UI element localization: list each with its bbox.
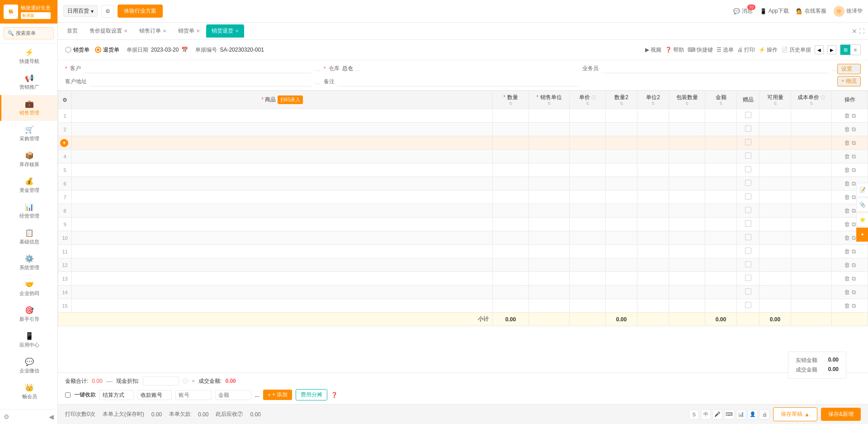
grid-view-btn[interactable]: ⊞ xyxy=(840,45,850,55)
customer-address-input[interactable] xyxy=(90,77,312,86)
tab-sales-return[interactable]: 销货退货 ✕ xyxy=(206,24,244,38)
delete-row-btn[interactable]: 🗑 xyxy=(844,167,850,174)
copy-row-btn[interactable]: ⧉ xyxy=(852,289,856,296)
add-payment-button[interactable]: + + 添加 xyxy=(263,390,292,400)
calendar-icon[interactable]: 📅 xyxy=(181,47,188,53)
bottom-icon-1[interactable]: S xyxy=(689,410,699,419)
right-panel-attach[interactable]: 📎 xyxy=(856,198,868,212)
gift-checkbox[interactable] xyxy=(745,288,751,295)
bottom-icon-2[interactable]: 中 xyxy=(701,410,711,419)
delete-row-btn[interactable]: 🗑 xyxy=(844,194,850,201)
amount-input[interactable] xyxy=(215,390,251,400)
sidebar-item-finance[interactable]: 💰 资金管理 xyxy=(0,172,57,198)
copy-row-btn[interactable]: ⧉ xyxy=(852,194,856,201)
sidebar-item-system[interactable]: ⚙️ 系统管理 xyxy=(0,250,57,276)
address-more-btn[interactable]: ... xyxy=(315,78,320,86)
add-row-btn[interactable]: + xyxy=(60,139,68,147)
help-btn[interactable]: ❓ 帮助 xyxy=(665,46,684,54)
delete-row-btn[interactable]: 🗑 xyxy=(844,153,850,160)
topbar-gear-button[interactable]: ⚙ xyxy=(101,5,114,18)
tab-close-icon[interactable]: ✕ xyxy=(124,29,127,33)
sidebar-item-newbie[interactable]: 🎯 新手引导 xyxy=(0,301,57,327)
sidebar-settings-icon[interactable]: ⚙ xyxy=(4,413,9,420)
help-icon[interactable]: ❓ xyxy=(331,392,338,398)
select-order-btn[interactable]: ☰ 选单 xyxy=(717,46,734,54)
delete-row-btn[interactable]: 🗑 xyxy=(844,112,850,119)
copy-row-btn[interactable]: ⧉ xyxy=(852,275,856,282)
table-cell-product[interactable] xyxy=(72,231,493,245)
table-cell-product[interactable] xyxy=(72,191,493,204)
copy-row-btn[interactable]: ⧉ xyxy=(852,302,856,310)
table-cell-product[interactable] xyxy=(72,123,493,136)
salesperson-more-btn[interactable]: ... xyxy=(832,65,837,72)
table-cell-product[interactable] xyxy=(72,163,493,177)
salesperson-input[interactable] xyxy=(601,64,829,73)
settlement-method-select[interactable]: 结算方式 xyxy=(99,390,134,400)
list-view-btn[interactable]: ≡ xyxy=(850,45,860,55)
gift-checkbox[interactable] xyxy=(745,234,751,240)
nav-next-btn[interactable]: ▶ xyxy=(827,45,836,54)
right-panel-star[interactable]: ⭐ xyxy=(856,213,868,227)
copy-row-btn[interactable]: ⧉ xyxy=(852,112,856,119)
account-input[interactable] xyxy=(175,390,212,400)
table-cell-product[interactable] xyxy=(72,299,493,313)
history-btn[interactable]: 📄 历史单据 xyxy=(781,46,811,54)
delete-row-btn[interactable]: 🗑 xyxy=(844,139,850,147)
delete-row-btn[interactable]: 🗑 xyxy=(844,289,850,296)
gift-checkbox[interactable] xyxy=(745,125,751,132)
settings-button[interactable]: 设置 xyxy=(837,64,861,74)
sidebar-item-basic[interactable]: 📋 基础信息 xyxy=(0,224,57,250)
video-btn[interactable]: ▶ 视频 xyxy=(645,46,661,54)
copy-row-btn[interactable]: ⧉ xyxy=(852,262,856,269)
copy-row-btn[interactable]: ⧉ xyxy=(852,126,856,133)
nav-prev-btn[interactable]: ◀ xyxy=(815,45,824,54)
online-service-button[interactable]: 💁 在线客服 xyxy=(796,7,826,15)
tab-close-button[interactable]: ✕ xyxy=(852,28,857,35)
gift-checkbox[interactable] xyxy=(745,112,751,118)
customer-more-btn[interactable]: ... xyxy=(315,65,320,72)
th-settings[interactable]: ⚙ xyxy=(58,91,72,109)
copy-row-btn[interactable]: ⧉ xyxy=(852,139,856,147)
delete-row-btn[interactable]: 🗑 xyxy=(844,221,850,228)
copy-row-btn[interactable]: ⧉ xyxy=(852,167,856,174)
right-panel-notes[interactable]: 📝 xyxy=(856,183,868,197)
customer-input[interactable] xyxy=(84,64,312,73)
gift-checkbox[interactable] xyxy=(745,220,751,227)
copy-row-btn[interactable]: ⧉ xyxy=(852,221,856,228)
collection-account-select[interactable]: 收款账号 xyxy=(137,390,172,400)
print-btn[interactable]: 🖨 打印 xyxy=(737,46,755,54)
table-cell-product[interactable] xyxy=(72,136,493,150)
table-cell-product[interactable] xyxy=(72,218,493,231)
search-menu-button[interactable]: 🔍 搜索菜单 xyxy=(4,27,54,39)
cash-discount-input[interactable] xyxy=(143,376,179,386)
tab-close-icon[interactable]: ✕ xyxy=(196,29,200,33)
bottom-icon-4[interactable]: ⌨ xyxy=(724,410,734,419)
table-cell-product[interactable] xyxy=(72,272,493,286)
gift-checkbox[interactable] xyxy=(745,207,751,213)
table-cell-product[interactable] xyxy=(72,109,493,123)
table-cell-product[interactable] xyxy=(72,204,493,218)
scan-button[interactable]: 扫码录入 xyxy=(278,95,303,104)
gift-checkbox[interactable] xyxy=(745,152,751,159)
sidebar-item-operations[interactable]: 📊 经营管理 xyxy=(0,198,57,224)
delete-row-btn[interactable]: 🗑 xyxy=(844,207,850,214)
warehouse-more-btn[interactable]: ... xyxy=(356,65,361,72)
gift-checkbox[interactable] xyxy=(745,166,751,172)
copy-row-btn[interactable]: ⧉ xyxy=(852,180,856,187)
bottom-icon-5[interactable]: 📊 xyxy=(736,410,746,419)
save-new-button[interactable]: 保存&新增 xyxy=(821,408,861,421)
copy-row-btn[interactable]: ⧉ xyxy=(852,248,856,255)
sidebar-item-shortcuts[interactable]: ⚡ 快捷导航 xyxy=(0,43,57,69)
tab-home[interactable]: 首页 xyxy=(61,24,83,38)
table-cell-product[interactable] xyxy=(72,177,493,191)
sidebar-item-inventory[interactable]: 📦 库存核算 xyxy=(0,147,57,172)
table-cell-product[interactable] xyxy=(72,150,493,163)
sidebar-item-member[interactable]: 👑 畅会员 xyxy=(0,379,57,405)
gift-checkbox[interactable] xyxy=(745,275,751,281)
shortcuts-btn[interactable]: ⌨ 快捷键 xyxy=(688,46,713,54)
bottom-icon-3[interactable]: 🎤 xyxy=(712,410,722,419)
bottom-icon-6[interactable]: 👤 xyxy=(748,410,758,419)
table-cell-product[interactable] xyxy=(72,258,493,272)
sidebar-item-marketing[interactable]: 📢 营销推广 xyxy=(0,69,57,95)
sidebar-item-purchase[interactable]: 🛒 采购管理 xyxy=(0,121,57,147)
